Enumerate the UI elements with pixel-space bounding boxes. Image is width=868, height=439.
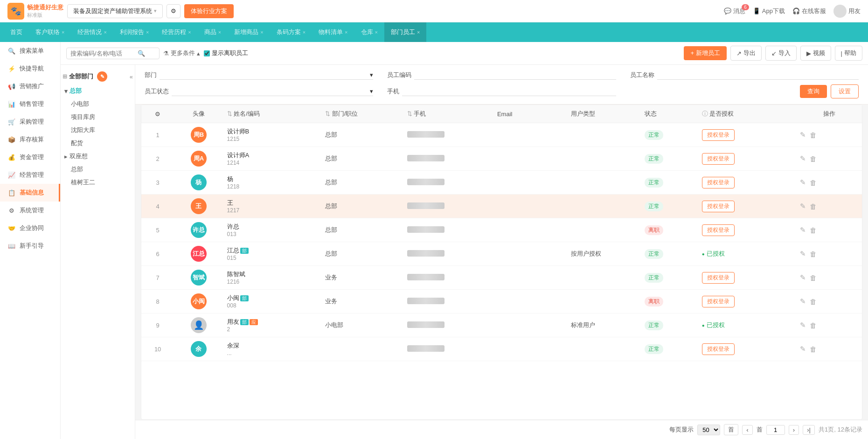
tab-operation[interactable]: 经营情况 × xyxy=(71,22,113,42)
tab-bom[interactable]: 物料清单 × xyxy=(312,22,354,42)
tab-new-goods[interactable]: 新增商品 × xyxy=(228,22,270,42)
delete-icon[interactable]: 🗑 xyxy=(810,345,817,353)
edit-icon[interactable]: ✎ xyxy=(800,131,806,139)
close-icon[interactable]: × xyxy=(62,29,64,35)
dept-select[interactable]: ▾ xyxy=(160,70,373,80)
close-icon[interactable]: × xyxy=(260,29,263,35)
search-input[interactable] xyxy=(70,50,136,57)
close-icon[interactable]: × xyxy=(146,29,149,35)
edit-icon[interactable]: ✎ xyxy=(800,273,806,282)
user-menu[interactable]: 用友 xyxy=(833,5,861,18)
close-icon[interactable]: × xyxy=(375,29,378,35)
collapse-icon[interactable]: « xyxy=(130,73,133,80)
close-icon[interactable]: × xyxy=(218,29,221,35)
edit-icon[interactable]: ✎ xyxy=(800,297,806,306)
edit-icon[interactable]: ✎ xyxy=(800,321,806,329)
phone-input[interactable] xyxy=(402,87,616,96)
delete-icon[interactable]: 🗑 xyxy=(810,274,817,282)
edit-icon[interactable]: ✎ xyxy=(800,345,806,353)
auth-button[interactable]: 授权登录 xyxy=(702,129,735,141)
dept-tree-item-shuangzuo[interactable]: ▸ 双座想 xyxy=(61,150,135,163)
prev-page-button[interactable]: ‹ xyxy=(742,425,752,435)
delete-icon[interactable]: 🗑 xyxy=(810,321,817,329)
sidebar-item-system[interactable]: ⚙ 系统管理 xyxy=(0,202,60,219)
emp-code-input[interactable] xyxy=(414,70,616,80)
close-icon[interactable]: × xyxy=(345,29,347,35)
auth-button[interactable]: 授权登录 xyxy=(702,153,735,165)
status-select[interactable]: ▾ xyxy=(172,87,373,96)
sidebar-item-marketing[interactable]: 📢 营销推广 xyxy=(0,77,60,95)
col-phone-header[interactable]: ⇅ 手机 xyxy=(403,105,493,123)
message-button[interactable]: 💬 消息 6 xyxy=(724,7,745,15)
sidebar-item-collab[interactable]: 🤝 企业协同 xyxy=(0,219,60,237)
dept-tree-item-project[interactable]: 项目库房 xyxy=(61,111,135,124)
sidebar-item-shortcuts[interactable]: ⚡ 快捷导航 xyxy=(0,60,60,77)
tab-goods[interactable]: 商品 × xyxy=(198,22,228,42)
close-icon[interactable]: × xyxy=(417,29,420,35)
app-download-button[interactable]: 📱 App下载 xyxy=(753,7,785,15)
next-page-button[interactable]: › xyxy=(789,425,799,435)
edit-icon[interactable]: ✎ xyxy=(800,250,806,258)
emp-name-input[interactable] xyxy=(657,70,859,80)
auth-button[interactable]: 授权登录 xyxy=(702,177,735,188)
video-button[interactable]: ▶ 视频 xyxy=(800,46,831,61)
auth-button[interactable]: 授权登录 xyxy=(702,296,735,307)
edit-icon[interactable]: ✎ xyxy=(800,226,806,234)
sidebar-item-search[interactable]: 🔍 搜索菜单 xyxy=(0,42,60,60)
col-dept-header[interactable]: ⇅ 部门/职位 xyxy=(321,105,403,123)
auth-button[interactable]: 授权登录 xyxy=(702,272,735,284)
sidebar-item-basic[interactable]: 📋 基础信息 xyxy=(0,184,60,202)
dept-tree-item-distribution[interactable]: 配货 xyxy=(61,137,135,150)
tab-profit[interactable]: 利润报告 × xyxy=(113,22,155,42)
col-name-header[interactable]: ⇅ 姓名/编码 xyxy=(223,105,322,123)
sidebar-item-sales[interactable]: 📊 销售管理 xyxy=(0,95,60,113)
close-icon[interactable]: × xyxy=(188,29,191,35)
tab-barcode[interactable]: 条码方案 × xyxy=(270,22,312,42)
delete-icon[interactable]: 🗑 xyxy=(810,226,817,234)
help-button[interactable]: | 帮助 xyxy=(835,46,862,61)
last-page-button[interactable]: ›| xyxy=(803,425,815,435)
delete-icon[interactable]: 🗑 xyxy=(810,202,817,210)
edit-icon[interactable]: ✎ xyxy=(800,154,806,163)
export-button[interactable]: ↗ 导出 xyxy=(730,46,762,61)
page-number-input[interactable] xyxy=(766,425,785,435)
set-button[interactable]: 设置 xyxy=(831,84,859,98)
auth-button[interactable]: 授权登录 xyxy=(702,343,735,355)
dept-tree-item-zongbu-parent[interactable]: ▾ 总部 xyxy=(61,84,135,98)
sidebar-item-purchase[interactable]: 🛒 采购管理 xyxy=(0,113,60,131)
tab-warehouse[interactable]: 仓库 × xyxy=(354,22,384,42)
tab-employees[interactable]: 部门员工 × xyxy=(384,22,426,42)
add-employee-button[interactable]: + 新增员工 xyxy=(684,46,726,60)
trial-button[interactable]: 体验行业方案 xyxy=(184,4,234,18)
info-icon[interactable]: ⓘ xyxy=(702,110,708,117)
show-resigned-toggle[interactable]: 显示离职员工 xyxy=(204,49,248,57)
import-button[interactable]: ↙ 导入 xyxy=(765,46,797,61)
delete-icon[interactable]: 🗑 xyxy=(810,131,817,139)
edit-dept-icon[interactable]: ✎ xyxy=(97,71,107,82)
tab-customer[interactable]: 客户联络 × xyxy=(29,22,71,42)
close-icon[interactable]: × xyxy=(303,29,306,35)
dept-tree-item-zongbu2[interactable]: 总部 xyxy=(61,163,135,176)
online-service-button[interactable]: 🎧 在线客服 xyxy=(792,7,826,15)
auth-button[interactable]: 授权登录 xyxy=(702,201,735,212)
dept-tree-item-xiao-dian[interactable]: 小电部 xyxy=(61,98,135,111)
delete-icon[interactable]: 🗑 xyxy=(810,250,817,258)
auth-button[interactable]: 授权登录 xyxy=(702,224,735,236)
edit-icon[interactable]: ✎ xyxy=(800,178,806,187)
edit-icon[interactable]: ✎ xyxy=(800,202,806,210)
sidebar-item-biz[interactable]: 📈 经营管理 xyxy=(0,166,60,184)
sidebar-item-finance[interactable]: 💰 资金管理 xyxy=(0,148,60,166)
gear-button[interactable]: ⚙ xyxy=(167,4,181,18)
tab-home[interactable]: 首页 xyxy=(4,22,29,42)
first-page-button[interactable]: 首 xyxy=(724,424,738,435)
sidebar-item-inventory[interactable]: 📦 库存核算 xyxy=(0,131,60,148)
dept-tree-item-zhishu[interactable]: 植树王二 xyxy=(61,176,135,189)
delete-icon[interactable]: 🗑 xyxy=(810,155,817,163)
more-conditions-button[interactable]: ⚗ 更多条件 ▴ xyxy=(163,49,200,57)
dept-tree-item-shenyang[interactable]: 沈阳大库 xyxy=(61,124,135,137)
per-page-select[interactable]: 50 xyxy=(697,425,720,435)
col-settings[interactable]: ⚙ xyxy=(141,105,174,123)
delete-icon[interactable]: 🗑 xyxy=(810,298,817,306)
tab-history[interactable]: 经营历程 × xyxy=(155,22,197,42)
close-icon[interactable]: × xyxy=(104,29,106,35)
